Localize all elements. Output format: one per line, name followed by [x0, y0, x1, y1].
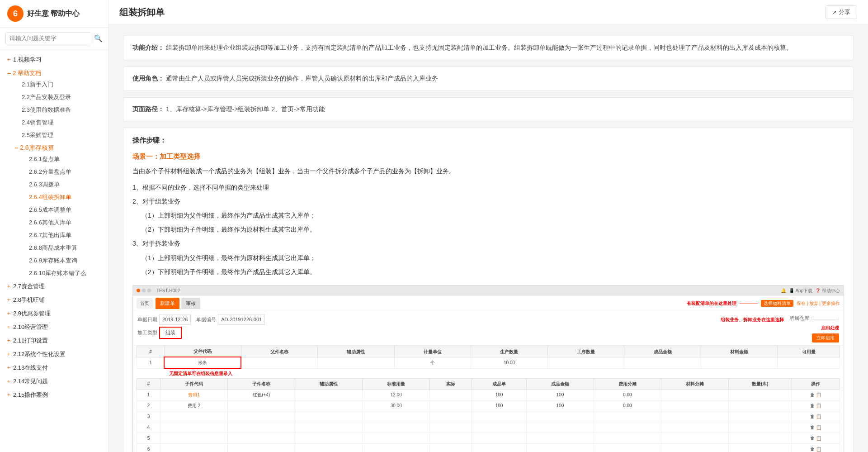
mock-cell-proc	[547, 357, 624, 368]
main-header: 组装拆卸单 ↗ 分享	[108, 0, 868, 25]
table-row: 4🗑 📋	[137, 422, 840, 433]
sidebar-item-cases[interactable]: + 2.15操作案例	[0, 388, 108, 402]
mock-enable-btn: 立即启用	[812, 333, 839, 343]
mock-cell-qty: 10.00	[471, 357, 548, 368]
mock-cell-pcost	[624, 357, 701, 368]
sidebar-item-faq[interactable]: + 2.14常见问题	[0, 375, 108, 388]
plus-icon8: +	[7, 351, 10, 357]
path-text: 1、库存核算->库存管理->组装拆卸单 2、首页->常用功能	[166, 105, 325, 113]
mock-top-bar: 首页 新建单 审核 有装配清单的在这里处理 选择物料清单 保存 | 放弃 | 更…	[133, 296, 844, 311]
sidebar-item-docs[interactable]: − 2.帮助文档	[0, 67, 108, 78]
sidebar-item-stockcheck[interactable]: 2.6.9库存账本查询	[22, 254, 108, 267]
mock-bcol-matalloc: 材料分摊	[661, 379, 728, 390]
sidebar-item-cost[interactable]: 2.6.5成本调整单	[22, 204, 108, 216]
role-block: 使用角色： 通常由生产人员或库管人员完成拆装业务的操作，库管人员确认原材料的出库…	[123, 67, 854, 91]
mock-home-nav: 首页	[137, 298, 153, 309]
mock-top-table-section: # 父件代码 父件名称 辅助属性 计量单位 生产数量 工序数量 成品金额 材料金…	[133, 346, 844, 369]
sidebar-item-coupon-label: 2.9优惠券管理	[13, 309, 51, 318]
mock-bom-annotation: 有装配清单的在这里处理 选择物料清单 保存 | 放弃 | 更多操作	[687, 300, 840, 307]
main-content: 组装拆卸单 ↗ 分享 功能介绍： 组装拆卸单用来处理企业组装或拆卸等加工业务，支…	[108, 0, 868, 452]
mock-warehouse-value	[811, 317, 839, 319]
mock-bcol-cname: 子件名称	[228, 379, 295, 390]
step3-2: （2）下部明细为子件明细，最终作为产成品生成其它入库单。	[132, 266, 844, 278]
plus-icon4: +	[7, 297, 10, 303]
sidebar-item-inventory[interactable]: − 2.6库存核算	[14, 142, 108, 153]
step-list: 1、根据不同的业务，选择不同单据的类型来处理 2、对于组装业务 （1）上部明细为…	[132, 182, 844, 278]
mock-warehouse-row: 所属仓库	[789, 314, 839, 323]
search-input[interactable]	[5, 32, 91, 44]
mock-annotation-enable: 启用处理	[821, 324, 839, 332]
step3: 3、对于拆装业务	[132, 238, 844, 249]
share-button[interactable]: ↗ 分享	[825, 5, 857, 19]
sidebar-item-manage-label: 2.10经营管理	[13, 323, 48, 331]
mock-icon-help: ❓ 帮助中心	[815, 287, 840, 295]
sidebar-item-inother[interactable]: 2.6.6其他入库单	[22, 216, 108, 229]
sidebar-item-install[interactable]: 2.2产品安装及登录	[14, 91, 108, 104]
sidebar-item-mobile[interactable]: + 2.8手机旺铺	[0, 293, 108, 307]
mock-col-mcost: 材料金额	[701, 346, 778, 357]
mock-cell-aux	[318, 357, 395, 368]
sidebar-item-print-label: 2.11打印设置	[13, 337, 48, 345]
sidebar-item-coupon[interactable]: + 2.9优惠券管理	[0, 307, 108, 320]
sidebar-item-label: 1.视频学习	[13, 56, 42, 64]
sidebar-item-manage[interactable]: + 2.10经营管理	[0, 320, 108, 334]
share-label: 分享	[839, 8, 850, 16]
mock-icon-bell: 🔔	[781, 287, 786, 295]
sidebar-item-divcount[interactable]: 2.6.2分量盘点单	[22, 166, 108, 178]
mock-bill-value: AD-20191226-001	[218, 314, 265, 325]
mock-bcol-feealloc: 费用分摊	[594, 379, 661, 390]
sidebar-item-count[interactable]: 2.6.1盘点单	[22, 153, 108, 166]
mock-cell-num: 1	[137, 357, 165, 368]
sidebar-item-video[interactable]: + 1.视频学习	[0, 53, 108, 67]
mock-col-pcost: 成品金额	[624, 346, 701, 357]
mock-type-row: 加工类型 组装	[137, 327, 715, 339]
sidebar-item-purchase[interactable]: 2.5采购管理	[14, 129, 108, 142]
intro-text: 组装拆卸单用来处理企业组装或拆卸等加工业务，支持有固定装配清单的产品加工业务，也…	[166, 44, 793, 51]
plus-icon6: +	[7, 324, 10, 330]
plus-icon11: +	[7, 392, 10, 398]
step3-1: （1）上部明细为父件明细，最终作为原材料生成其它出库单；	[132, 252, 844, 264]
sidebar-item-system[interactable]: + 2.12系统个性化设置	[0, 347, 108, 361]
sidebar-item-data[interactable]: 2.3使用前数据准备	[14, 104, 108, 116]
minus-icon: −	[7, 70, 11, 77]
sidebar-item-label: 2.帮助文档	[13, 69, 41, 77]
mock-icon-app: 📱 App下载	[789, 287, 812, 295]
mock-cell-avail	[778, 357, 840, 368]
mock-col-proc: 工序数量	[547, 346, 624, 357]
table-row: 2 费用 2 30.00 100 100 0.00	[137, 400, 840, 411]
page-title: 组装拆卸单	[119, 6, 165, 19]
mock-bcol-aux: 辅助属性	[295, 379, 363, 390]
sidebar-item-new[interactable]: 2.1新手入门	[14, 78, 108, 91]
sidebar-item-cash-label: 2.7资金管理	[13, 282, 45, 290]
sidebar-item-move[interactable]: 2.6.3调拨单	[22, 178, 108, 191]
mock-annotation-no-bom: 无固定清单可在组装信息里录入	[133, 369, 844, 378]
mock-tab-audit: 审核	[181, 298, 200, 309]
sidebar-item-stockerr[interactable]: 2.6.10库存账本错了么	[22, 267, 108, 280]
sidebar-item-cases-label: 2.15操作案例	[13, 391, 48, 399]
table-row: 3🗑 📋	[137, 411, 840, 422]
step2-2: （2）下部明细为子件明细，最终作为原材料生成其它出库单。	[132, 224, 844, 235]
mock-col-aux: 辅助属性	[318, 346, 395, 357]
mock-bcol-pcost: 成品金额	[526, 379, 594, 390]
sidebar-item-goodscost[interactable]: 2.6.8商品成本重算	[22, 242, 108, 254]
mock-col-num: #	[137, 346, 165, 357]
sidebar-item-online[interactable]: + 2.13在线支付	[0, 361, 108, 375]
sidebar-sub-docs: 2.1新手入门 2.2产品安装及登录 2.3使用前数据准备 2.4销售管理 2.…	[0, 78, 108, 280]
search-button[interactable]: 🔍	[94, 34, 103, 43]
sidebar-inventory-sub: 2.6.1盘点单 2.6.2分量盘点单 2.6.3调拨单 2.6.4组装拆卸单 …	[14, 153, 108, 280]
share-icon: ↗	[832, 9, 837, 16]
search-box: 🔍	[0, 28, 108, 49]
mock-col-avail: 可用量	[778, 346, 840, 357]
sidebar-header: 6 好生意 帮助中心	[0, 0, 108, 28]
screenshot-image: TEST-H002 🔔 📱 App下载 ❓ 帮助中心 首页 新建单 审核	[132, 285, 844, 452]
mock-bottom-table: # 子件代码 子件名称 辅助属性 标准用量 实际 成品单 成品金额 费用分摊 材…	[137, 378, 840, 452]
sidebar-item-assembly[interactable]: 2.6.4组装拆卸单	[22, 191, 108, 204]
mock-col-unit: 计量单位	[394, 346, 471, 357]
mock-tab-new: 新建单	[156, 298, 179, 309]
sidebar-item-cash[interactable]: + 2.7资金管理	[0, 280, 108, 293]
sidebar-item-outother[interactable]: 2.6.7其他出库单	[22, 229, 108, 242]
mock-type-value: 组装	[159, 327, 182, 339]
sidebar-item-print[interactable]: + 2.11打印设置	[0, 334, 108, 347]
mock-dot-orange	[137, 289, 140, 292]
sidebar-item-sales[interactable]: 2.4销售管理	[14, 116, 108, 129]
